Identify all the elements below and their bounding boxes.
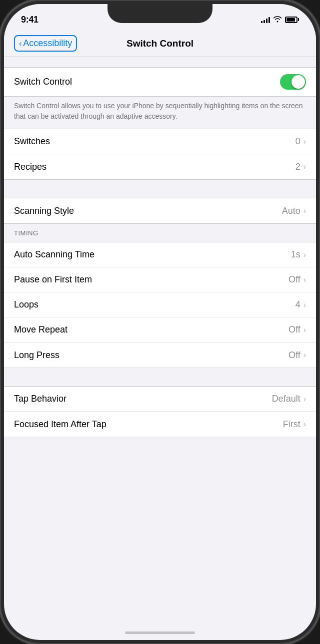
- focused-item-after-tap-right: First ›: [283, 419, 306, 430]
- auto-scanning-time-row[interactable]: Auto Scanning Time 1s ›: [4, 242, 316, 267]
- back-chevron-icon: ‹: [19, 39, 22, 48]
- focused-item-after-tap-value: First: [283, 419, 300, 430]
- navigation-bar: ‹ Accessibility Switch Control: [4, 31, 316, 57]
- signal-bar-1: [261, 21, 262, 23]
- move-repeat-label: Move Repeat: [14, 325, 68, 335]
- signal-bar-4: [268, 17, 270, 23]
- tap-behavior-value: Default: [272, 394, 300, 404]
- focused-item-after-tap-label: Focused Item After Tap: [14, 419, 106, 430]
- page-title: Switch Control: [126, 38, 194, 49]
- scanning-style-chevron-icon: ›: [304, 206, 306, 215]
- spacer-1: [4, 180, 316, 198]
- home-indicator: [125, 631, 195, 634]
- switches-row[interactable]: Switches 0 ›: [4, 129, 316, 154]
- auto-scanning-time-right: 1s ›: [291, 249, 306, 260]
- loops-value: 4: [296, 299, 300, 310]
- recipes-chevron-icon: ›: [304, 162, 306, 171]
- focused-item-after-tap-row[interactable]: Focused Item After Tap First ›: [4, 412, 316, 437]
- move-repeat-row[interactable]: Move Repeat Off ›: [4, 317, 316, 343]
- bottom-card: Tap Behavior Default › Focused Item Afte…: [4, 386, 316, 437]
- recipes-value: 2: [296, 162, 300, 172]
- scanning-style-card: Scanning Style Auto ›: [4, 198, 316, 224]
- scanning-style-row[interactable]: Scanning Style Auto ›: [4, 198, 316, 223]
- long-press-row[interactable]: Long Press Off ›: [4, 343, 316, 368]
- long-press-right: Off ›: [288, 350, 306, 361]
- scanning-style-right: Auto ›: [282, 206, 306, 216]
- spacer-2: TIMING: [4, 224, 316, 242]
- switches-chevron-icon: ›: [304, 137, 306, 146]
- spacer-top: [4, 57, 316, 67]
- long-press-chevron-icon: ›: [304, 351, 306, 360]
- switch-control-description: Switch Control allows you to use your iP…: [14, 101, 306, 122]
- switch-control-row[interactable]: Switch Control: [4, 68, 316, 96]
- loops-label: Loops: [14, 299, 38, 310]
- long-press-value: Off: [288, 350, 300, 361]
- notch: [108, 4, 212, 23]
- pause-on-first-item-row[interactable]: Pause on First Item Off ›: [4, 267, 316, 292]
- switch-control-description-row: Switch Control allows you to use your iP…: [4, 97, 316, 129]
- tap-behavior-chevron-icon: ›: [304, 395, 306, 404]
- spacer-3: [4, 368, 316, 386]
- battery-icon: [285, 17, 299, 23]
- move-repeat-value: Off: [288, 325, 300, 335]
- recipes-label: Recipes: [14, 162, 46, 172]
- signal-bar-3: [266, 19, 268, 23]
- pause-on-first-item-chevron-icon: ›: [304, 275, 306, 284]
- back-label: Accessibility: [23, 38, 72, 49]
- back-button[interactable]: ‹ Accessibility: [14, 35, 77, 52]
- timing-section-label: TIMING: [4, 225, 48, 240]
- loops-right: 4 ›: [296, 299, 306, 310]
- switch-control-card: Switch Control: [4, 67, 316, 97]
- auto-scanning-time-value: 1s: [291, 249, 300, 260]
- pause-on-first-item-label: Pause on First Item: [14, 274, 92, 285]
- pause-on-first-item-right: Off ›: [288, 274, 306, 285]
- long-press-label: Long Press: [14, 350, 60, 361]
- switches-value: 0: [296, 136, 300, 147]
- signal-bars-icon: [261, 16, 270, 23]
- timing-card: Auto Scanning Time 1s › Pause on First I…: [4, 242, 316, 368]
- recipes-row[interactable]: Recipes 2 ›: [4, 154, 316, 179]
- auto-scanning-time-label: Auto Scanning Time: [14, 249, 94, 260]
- toggle-thumb: [292, 75, 305, 89]
- loops-row[interactable]: Loops 4 ›: [4, 292, 316, 317]
- tap-behavior-label: Tap Behavior: [14, 394, 66, 404]
- tap-behavior-right: Default ›: [272, 394, 306, 404]
- status-icons: [261, 16, 299, 24]
- switches-label: Switches: [14, 136, 50, 147]
- screen: 9:41: [4, 4, 316, 640]
- focused-item-after-tap-chevron-icon: ›: [304, 420, 306, 429]
- pause-on-first-item-value: Off: [288, 274, 300, 285]
- move-repeat-right: Off ›: [288, 325, 306, 335]
- loops-chevron-icon: ›: [304, 300, 306, 309]
- switches-right: 0 ›: [296, 136, 306, 147]
- settings-content: Switch Control Switch Control allows you…: [4, 57, 316, 467]
- bottom-spacer: [4, 437, 316, 467]
- wifi-icon: [273, 16, 282, 24]
- phone-frame: 9:41: [0, 0, 320, 644]
- switches-recipes-card: Switches 0 › Recipes 2 ›: [4, 129, 316, 180]
- signal-bar-2: [264, 20, 265, 23]
- switch-control-toggle[interactable]: [280, 74, 306, 90]
- recipes-right: 2 ›: [296, 162, 306, 172]
- scanning-style-value: Auto: [282, 206, 300, 216]
- tap-behavior-row[interactable]: Tap Behavior Default ›: [4, 387, 316, 412]
- auto-scanning-time-chevron-icon: ›: [304, 250, 306, 259]
- scanning-style-label: Scanning Style: [14, 206, 74, 216]
- switch-control-label: Switch Control: [14, 77, 72, 87]
- status-time: 9:41: [21, 15, 38, 25]
- move-repeat-chevron-icon: ›: [304, 326, 306, 335]
